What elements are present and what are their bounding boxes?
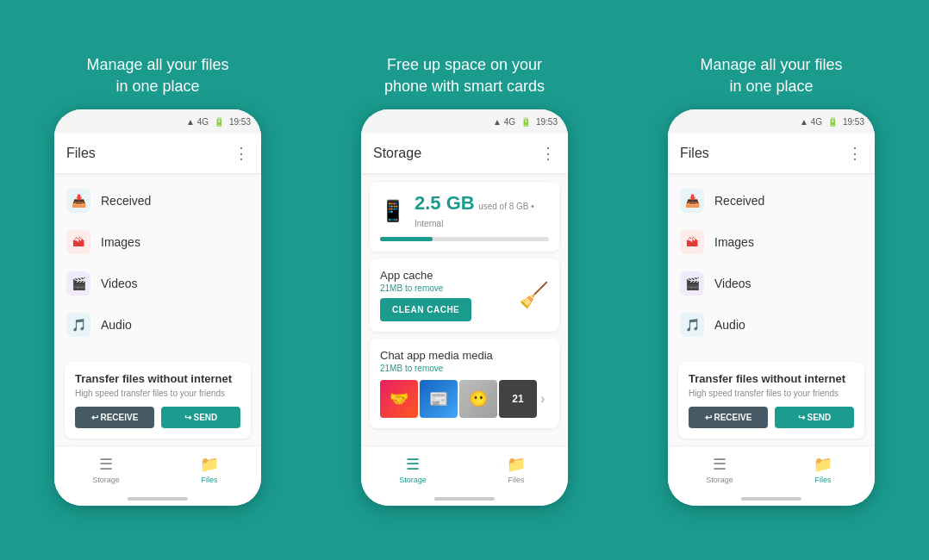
right-menu-icon[interactable]: ⋮ bbox=[847, 144, 863, 163]
left-images-icon: 🏔 bbox=[66, 230, 90, 254]
left-file-videos[interactable]: 🎬 Videos bbox=[54, 263, 261, 304]
center-title: Free up space on yourphone with smart ca… bbox=[384, 54, 545, 97]
right-status-bar: ▲ 4G 🔋 19:53 bbox=[668, 109, 875, 134]
left-audio-icon: 🎵 bbox=[66, 313, 90, 337]
left-nav-storage[interactable]: ☰ Storage bbox=[54, 446, 158, 492]
right-nav-files[interactable]: 📁 Files bbox=[771, 446, 875, 492]
right-app-title: Files bbox=[680, 146, 709, 161]
right-phone-frame: ▲ 4G 🔋 19:53 Files ⋮ 📥 Received 🏔 Image bbox=[668, 109, 875, 506]
center-signal: ▲ 4G bbox=[493, 117, 515, 127]
right-transfer-title: Transfer files without internet bbox=[689, 372, 854, 385]
right-nav-storage[interactable]: ☰ Storage bbox=[668, 446, 771, 492]
center-phone-bottom bbox=[361, 492, 568, 506]
cache-visual-icon: 🧹 bbox=[519, 281, 549, 309]
left-videos-label: Videos bbox=[101, 277, 138, 290]
left-time: 19:53 bbox=[229, 117, 251, 127]
right-file-videos[interactable]: 🎬 Videos bbox=[668, 263, 875, 304]
left-send-button[interactable]: ↪ SEND bbox=[161, 407, 240, 428]
storage-header: 📱 2.5 GB used of 8 GB • Internal bbox=[380, 192, 549, 230]
left-files-list: 📥 Received 🏔 Images 🎬 Videos 🎵 Audio bbox=[54, 173, 261, 355]
chat-media-card: Chat app media media 21MB to remove 🤝 📰 … bbox=[370, 339, 559, 428]
center-time: 19:53 bbox=[536, 117, 558, 127]
right-receive-button[interactable]: ↩ RECEIVE bbox=[689, 407, 768, 428]
main-container: Manage all your filesin one place ▲ 4G 🔋… bbox=[0, 0, 929, 560]
center-phone-section: Free up space on yourphone with smart ca… bbox=[324, 54, 605, 506]
center-status-bar: ▲ 4G 🔋 19:53 bbox=[361, 109, 568, 134]
left-videos-icon: 🎬 bbox=[66, 271, 90, 296]
chat-image-3: 😶 bbox=[459, 380, 497, 418]
right-phone-section: Manage all your filesin one place ▲ 4G 🔋… bbox=[631, 54, 912, 506]
storage-info: 2.5 GB used of 8 GB • Internal bbox=[415, 192, 549, 230]
center-storage-nav-icon: ☰ bbox=[406, 455, 420, 474]
chat-arrow-icon: › bbox=[540, 391, 545, 407]
storage-gb-value: 2.5 GB bbox=[415, 192, 475, 214]
right-bottom-nav: ☰ Storage 📁 Files bbox=[668, 445, 875, 492]
app-cache-card: App cache 21MB to remove CLEAN CACHE 🧹 bbox=[370, 258, 559, 332]
chat-more-count[interactable]: 21 bbox=[499, 380, 537, 418]
left-transfer-buttons: ↩ RECEIVE ↪ SEND bbox=[75, 407, 240, 428]
right-send-button[interactable]: ↪ SEND bbox=[775, 407, 854, 428]
chat-more-number: 21 bbox=[512, 393, 523, 405]
right-audio-icon: 🎵 bbox=[680, 313, 704, 337]
left-receive-button[interactable]: ↩ RECEIVE bbox=[75, 407, 154, 428]
right-phone-bottom bbox=[668, 492, 875, 506]
right-transfer-section: Transfer files without internet High spe… bbox=[678, 362, 864, 439]
left-app-bar: Files ⋮ bbox=[54, 134, 261, 173]
left-menu-icon[interactable]: ⋮ bbox=[234, 144, 249, 163]
left-app-title: Files bbox=[66, 146, 96, 161]
right-signal: ▲ 4G bbox=[800, 117, 822, 127]
center-battery: 🔋 bbox=[521, 117, 531, 127]
left-phone-bottom bbox=[54, 492, 261, 506]
storage-usage-card: 📱 2.5 GB used of 8 GB • Internal bbox=[370, 182, 559, 252]
storage-bar-fill bbox=[380, 237, 433, 241]
cache-title: App cache bbox=[380, 269, 471, 282]
left-bottom-nav: ☰ Storage 📁 Files bbox=[54, 445, 261, 492]
right-battery: 🔋 bbox=[827, 117, 838, 127]
clean-cache-button[interactable]: CLEAN CACHE bbox=[380, 298, 471, 321]
center-files-nav-icon: 📁 bbox=[507, 455, 526, 474]
left-transfer-title: Transfer files without internet bbox=[75, 372, 240, 385]
left-files-nav-label: Files bbox=[201, 476, 217, 484]
center-storage-nav-label: Storage bbox=[399, 476, 427, 484]
center-storage-content: 📱 2.5 GB used of 8 GB • Internal bbox=[361, 173, 568, 445]
right-home-bar bbox=[741, 497, 801, 501]
center-app-title: Storage bbox=[373, 146, 421, 161]
center-files-nav-label: Files bbox=[508, 476, 524, 484]
right-file-images[interactable]: 🏔 Images bbox=[668, 221, 875, 263]
center-menu-icon[interactable]: ⋮ bbox=[540, 144, 556, 163]
left-signal: ▲ 4G bbox=[186, 117, 209, 127]
right-received-icon: 📥 bbox=[680, 189, 704, 213]
storage-phone-icon: 📱 bbox=[380, 199, 406, 223]
right-file-audio[interactable]: 🎵 Audio bbox=[668, 304, 875, 345]
chat-img-2-content: 📰 bbox=[420, 380, 458, 418]
left-file-images[interactable]: 🏔 Images bbox=[54, 221, 261, 263]
center-home-bar bbox=[434, 497, 495, 501]
left-storage-nav-icon: ☰ bbox=[99, 455, 113, 474]
left-status-bar: ▲ 4G 🔋 19:53 bbox=[54, 109, 261, 134]
left-title: Manage all your filesin one place bbox=[86, 54, 228, 97]
chat-img-3-content: 😶 bbox=[459, 380, 497, 418]
right-time: 19:53 bbox=[843, 117, 864, 127]
right-images-icon: 🏔 bbox=[680, 230, 704, 254]
center-nav-files[interactable]: 📁 Files bbox=[464, 446, 568, 492]
left-file-audio[interactable]: 🎵 Audio bbox=[54, 304, 261, 345]
center-phone-frame: ▲ 4G 🔋 19:53 Storage ⋮ 📱 2.5 GB bbox=[361, 109, 568, 506]
left-phone-frame: ▲ 4G 🔋 19:53 Files ⋮ 📥 Received 🏔 Image bbox=[54, 109, 261, 506]
left-phone-section: Manage all your filesin one place ▲ 4G 🔋… bbox=[17, 54, 298, 506]
chat-images-row: 🤝 📰 😶 21 › bbox=[380, 380, 549, 418]
right-videos-icon: 🎬 bbox=[680, 271, 704, 296]
center-nav-storage[interactable]: ☰ Storage bbox=[361, 446, 464, 492]
chat-media-title: Chat app media media bbox=[380, 349, 549, 362]
right-title: Manage all your filesin one place bbox=[700, 54, 842, 97]
left-file-received[interactable]: 📥 Received bbox=[54, 180, 261, 221]
right-audio-label: Audio bbox=[714, 318, 745, 332]
left-audio-label: Audio bbox=[101, 318, 132, 332]
left-images-label: Images bbox=[101, 235, 140, 249]
center-bottom-nav: ☰ Storage 📁 Files bbox=[361, 445, 568, 492]
right-videos-label: Videos bbox=[714, 277, 751, 290]
right-files-list: 📥 Received 🏔 Images 🎬 Videos 🎵 Audio bbox=[668, 173, 875, 355]
right-file-received[interactable]: 📥 Received bbox=[668, 180, 875, 221]
left-files-nav-icon: 📁 bbox=[200, 455, 219, 474]
left-nav-files[interactable]: 📁 Files bbox=[158, 446, 261, 492]
right-storage-nav-label: Storage bbox=[706, 476, 733, 484]
